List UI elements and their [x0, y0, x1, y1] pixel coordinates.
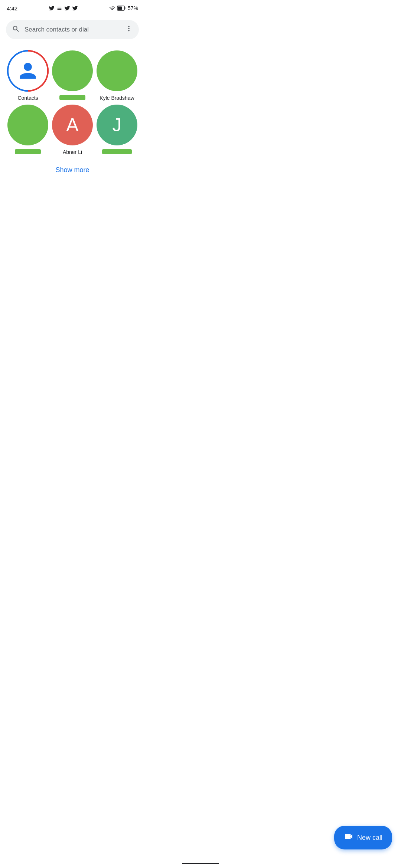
avatar-initial-abner: A — [66, 114, 78, 136]
search-bar[interactable]: Search contacts or dial — [6, 20, 139, 39]
status-icons — [49, 5, 78, 11]
contact-item-2[interactable] — [52, 50, 93, 101]
battery-icon — [117, 6, 125, 11]
wifi-icon — [109, 5, 115, 11]
contact-name-placeholder-2 — [59, 95, 85, 100]
show-more-button[interactable]: Show more — [55, 166, 89, 174]
avatar-contacts — [7, 50, 48, 91]
search-container: Search contacts or dial — [6, 20, 139, 39]
avatar-kyle — [97, 50, 137, 91]
battery-percentage: 57% — [128, 5, 138, 11]
show-more-container: Show more — [0, 159, 145, 185]
status-time: 4:42 — [7, 5, 17, 11]
contact-item-kyle[interactable]: Kyle Bradshaw — [97, 50, 137, 101]
contact-label-abner: Abner Li — [63, 149, 82, 155]
avatar-4 — [7, 105, 48, 145]
svg-rect-2 — [124, 7, 125, 9]
twitter-icon-2 — [64, 5, 70, 11]
twitter-icon-3 — [72, 5, 78, 11]
avatar-j: J — [97, 105, 137, 145]
status-right: 57% — [109, 5, 138, 11]
search-icon — [12, 25, 20, 35]
more-options-icon[interactable] — [125, 24, 133, 35]
twitter-icon-1 — [49, 5, 55, 11]
avatar-abner: A — [52, 105, 93, 145]
svg-rect-1 — [118, 7, 122, 10]
contacts-grid: Contacts Kyle Bradshaw A Abner Li J — [0, 47, 145, 159]
search-placeholder-text: Search contacts or dial — [25, 26, 120, 33]
avatar-initial-j: J — [113, 114, 122, 136]
person-icon — [18, 61, 38, 81]
contact-label-contacts: Contacts — [17, 95, 38, 101]
contact-item-4[interactable] — [7, 105, 48, 155]
contact-name-placeholder-j — [102, 149, 132, 154]
avatar-2 — [52, 50, 93, 91]
stacked-pages-icon — [56, 5, 62, 11]
contact-item-abner[interactable]: A Abner Li — [52, 105, 93, 155]
contact-item-contacts[interactable]: Contacts — [7, 50, 48, 101]
contact-item-j[interactable]: J — [97, 105, 137, 155]
contact-label-kyle: Kyle Bradshaw — [100, 95, 134, 101]
contact-name-placeholder-4 — [15, 149, 41, 154]
status-bar: 4:42 57% — [0, 0, 145, 15]
